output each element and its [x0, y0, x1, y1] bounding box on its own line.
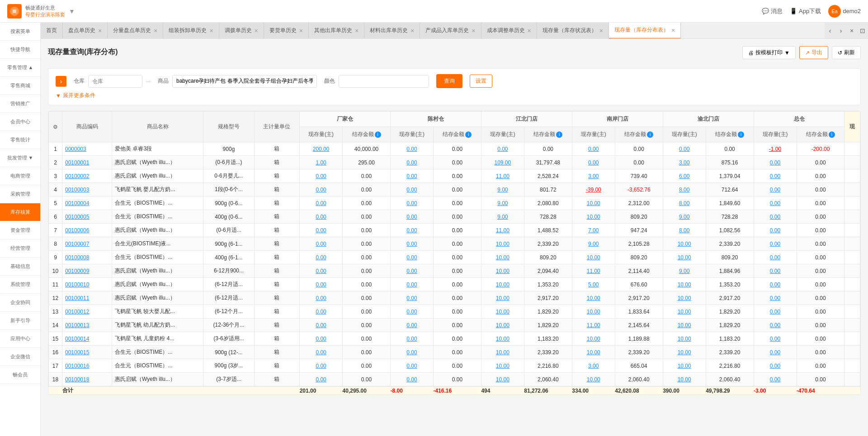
- app-download-btn[interactable]: 📱 App下载: [790, 7, 821, 15]
- row-c4-qty[interactable]: 0.00: [572, 142, 615, 156]
- print-btn[interactable]: 🖨 按模板打印 ▼: [742, 46, 796, 59]
- row-c4-qty[interactable]: 3.00: [572, 359, 615, 373]
- row-total-qty[interactable]: 0.00: [754, 156, 797, 169]
- row-total-qty[interactable]: 0.00: [754, 237, 797, 251]
- tab-close-cost-adjust[interactable]: ×: [528, 28, 531, 34]
- tab-close-inventory-check[interactable]: ×: [98, 28, 102, 34]
- row-c3-qty[interactable]: 10.00: [481, 346, 524, 359]
- row-total-qty[interactable]: 0.00: [754, 291, 797, 305]
- row-c3-qty[interactable]: 10.00: [481, 237, 524, 251]
- settings-btn[interactable]: 设置: [470, 75, 492, 88]
- row-c1-qty[interactable]: 200.00: [300, 142, 343, 156]
- row-total-qty[interactable]: 0.00: [754, 183, 797, 197]
- sidebar-item-guide[interactable]: 新手引导: [0, 312, 40, 330]
- row-c2-qty[interactable]: 0.00: [391, 183, 434, 197]
- row-code[interactable]: 00100018: [62, 373, 112, 387]
- sidebar-item-member2[interactable]: 畅会员: [0, 366, 40, 384]
- row-c2-qty[interactable]: 0.00: [391, 156, 434, 169]
- row-code[interactable]: 00100014: [62, 332, 112, 346]
- row-c5-qty[interactable]: 8.00: [663, 197, 706, 210]
- tab-inventory-check[interactable]: 盘点单历史 ×: [63, 23, 108, 39]
- c3-amt-info-icon[interactable]: i: [556, 131, 562, 138]
- tab-close-assembly[interactable]: ×: [209, 28, 213, 34]
- row-c4-qty[interactable]: 10.00: [572, 291, 615, 305]
- row-c4-qty[interactable]: 11.00: [572, 319, 615, 332]
- row-c2-qty[interactable]: 0.00: [391, 169, 434, 183]
- sidebar-item-operations[interactable]: 经营管理: [0, 239, 40, 258]
- tab-material-outbound[interactable]: 材料出库单历史 ×: [364, 23, 420, 39]
- row-c1-qty[interactable]: 0.00: [300, 346, 343, 359]
- row-c1-qty[interactable]: 0.00: [300, 291, 343, 305]
- sidebar-item-system[interactable]: 系统管理: [0, 276, 40, 294]
- user-menu-btn[interactable]: Ea demo2: [828, 5, 861, 18]
- row-code[interactable]: 00100016: [62, 359, 112, 373]
- sidebar-item-marketing[interactable]: 营销推广: [0, 95, 40, 113]
- tab-partial-check[interactable]: 分量盘点单历史 ×: [108, 23, 163, 39]
- row-c1-qty[interactable]: 0.00: [300, 332, 343, 346]
- row-code[interactable]: 00100005: [62, 210, 112, 224]
- row-total-qty[interactable]: 0.00: [754, 169, 797, 183]
- row-total-qty[interactable]: 0.00: [754, 210, 797, 224]
- row-c4-qty[interactable]: 10.00: [572, 373, 615, 387]
- row-c5-qty[interactable]: 10.00: [663, 278, 706, 291]
- row-c3-qty[interactable]: 109.00: [481, 156, 524, 169]
- row-c3-qty[interactable]: 11.00: [481, 224, 524, 237]
- logo-dropdown-icon[interactable]: ▼: [69, 8, 75, 15]
- row-c1-qty[interactable]: 0.00: [300, 183, 343, 197]
- row-c4-qty[interactable]: 3.00: [572, 169, 615, 183]
- row-c5-qty[interactable]: 10.00: [663, 305, 706, 319]
- tab-assembly[interactable]: 组装拆卸单历史 ×: [163, 23, 219, 39]
- row-c5-qty[interactable]: 10.00: [663, 291, 706, 305]
- row-c3-qty[interactable]: 9.00: [481, 210, 524, 224]
- row-total-qty[interactable]: 0.00: [754, 332, 797, 346]
- row-c4-qty[interactable]: 5.00: [572, 278, 615, 291]
- tab-stock-status[interactable]: 现存量（库存状况表） ×: [537, 23, 609, 39]
- sidebar-item-finance[interactable]: 资金管理: [0, 221, 40, 239]
- row-code[interactable]: 00100013: [62, 319, 112, 332]
- row-c1-qty[interactable]: 0.00: [300, 359, 343, 373]
- row-c5-qty[interactable]: 8.00: [663, 224, 706, 237]
- row-c5-qty[interactable]: 10.00: [663, 332, 706, 346]
- row-c4-qty[interactable]: -39.00: [572, 183, 615, 197]
- tab-prev-btn[interactable]: ‹: [825, 23, 835, 39]
- row-c5-qty[interactable]: 8.00: [663, 183, 706, 197]
- row-c4-qty[interactable]: 7.00: [572, 224, 615, 237]
- row-c3-qty[interactable]: 10.00: [481, 373, 524, 387]
- tab-expand-btn[interactable]: ⊡: [857, 23, 868, 39]
- tab-next-btn[interactable]: ›: [835, 23, 846, 39]
- row-c3-qty[interactable]: 10.00: [481, 251, 524, 264]
- row-c2-qty[interactable]: 0.00: [391, 346, 434, 359]
- sidebar-item-enterprise[interactable]: 企业协同: [0, 294, 40, 312]
- row-code[interactable]: 0000003: [62, 142, 112, 156]
- row-total-qty[interactable]: 0.00: [754, 278, 797, 291]
- row-c5-qty[interactable]: 3.00: [663, 156, 706, 169]
- row-total-qty[interactable]: 0.00: [754, 319, 797, 332]
- tab-close-stock-distribution[interactable]: ×: [671, 27, 675, 33]
- row-code[interactable]: 00100011: [62, 291, 112, 305]
- row-c1-qty[interactable]: 0.00: [300, 264, 343, 278]
- row-c5-qty[interactable]: 9.00: [663, 264, 706, 278]
- row-c2-qty[interactable]: 0.00: [391, 359, 434, 373]
- row-c3-qty[interactable]: 9.00: [481, 197, 524, 210]
- row-code[interactable]: 00100004: [62, 197, 112, 210]
- product-input[interactable]: [172, 75, 317, 88]
- row-c4-qty[interactable]: 9.00: [572, 237, 615, 251]
- tab-other-outbound[interactable]: 其他出库单历史 ×: [309, 23, 364, 39]
- row-code[interactable]: 00100012: [62, 305, 112, 319]
- row-code[interactable]: 00100003: [62, 183, 112, 197]
- row-c2-qty[interactable]: 0.00: [391, 291, 434, 305]
- refresh-btn[interactable]: ↺ 刷新: [832, 46, 861, 59]
- row-c5-qty[interactable]: 10.00: [663, 319, 706, 332]
- row-c4-qty[interactable]: 10.00: [572, 251, 615, 264]
- row-c3-qty[interactable]: 10.00: [481, 305, 524, 319]
- row-total-qty[interactable]: 0.00: [754, 373, 797, 387]
- row-c1-qty[interactable]: 0.00: [300, 305, 343, 319]
- row-c5-qty[interactable]: 9.00: [663, 210, 706, 224]
- row-c5-qty[interactable]: 10.00: [663, 251, 706, 264]
- row-c1-qty[interactable]: 0.00: [300, 319, 343, 332]
- c1-amt-info-icon[interactable]: i: [375, 131, 381, 138]
- row-c2-qty[interactable]: 0.00: [391, 210, 434, 224]
- row-c2-qty[interactable]: 0.00: [391, 278, 434, 291]
- row-total-qty[interactable]: 0.00: [754, 264, 797, 278]
- total-amt-info-icon[interactable]: i: [829, 131, 835, 138]
